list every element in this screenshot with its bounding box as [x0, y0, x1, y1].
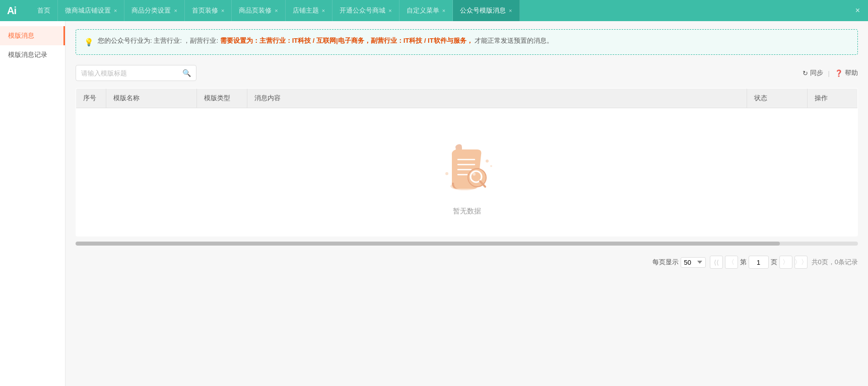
per-page-select[interactable]: 10 20 50 100: [681, 257, 706, 268]
svg-point-9: [486, 160, 489, 163]
page-total: 共0页，0条记录: [812, 258, 858, 267]
notice-suffix: 才能正常发送预置的消息。: [475, 37, 553, 44]
page-input-wrap: 第 页: [740, 256, 777, 269]
nav-tab-shop-theme-close[interactable]: ×: [322, 8, 325, 14]
first-page-icon: ⟨⟨: [714, 259, 719, 266]
last-page-button[interactable]: 〉〉: [794, 256, 808, 269]
top-navigation: Ai 首页 微商城店铺设置 × 商品分类设置 × 首页装修 × 商品页装修 × …: [0, 0, 868, 21]
nav-tab-template-msg-close[interactable]: ×: [509, 8, 512, 14]
logo: Ai: [0, 5, 30, 17]
notice-box: 💡 您的公众号行业为: 主营行业: ，副营行业: 需要设置为：主营行业：IT科技…: [76, 29, 858, 55]
sync-label: 同步: [810, 68, 823, 78]
prev-page-icon: 〈: [728, 258, 735, 267]
nav-tab-product-decor[interactable]: 商品页装修 ×: [232, 0, 285, 21]
content-area: 💡 您的公众号行业为: 主营行业: ，副营行业: 需要设置为：主营行业：IT科技…: [65, 21, 868, 386]
notice-highlight: 需要设置为：主营行业：IT科技 / 互联网|电子商务，副营行业：IT科技 / I…: [220, 37, 473, 44]
per-page-label: 每页显示: [652, 258, 679, 267]
nav-tab-category-close[interactable]: ×: [174, 8, 177, 14]
nav-tab-category-label: 商品分类设置: [131, 6, 171, 15]
search-actions: ↻ 同步 | ❓ 帮助: [803, 68, 858, 78]
main-layout: 模版消息 模版消息记录 💡 您的公众号行业为: 主营行业: ，副营行业: 需要设…: [0, 21, 868, 386]
nav-tab-homepage-decor-label: 首页装修: [192, 6, 218, 15]
table-empty-row: 暂无数据: [76, 108, 858, 237]
page-label: 第: [740, 258, 747, 267]
sidebar-item-template-msg[interactable]: 模版消息: [0, 26, 65, 45]
next-page-icon: 〉: [782, 258, 789, 267]
nav-tab-shop-settings[interactable]: 微商城店铺设置 ×: [58, 0, 124, 21]
search-icon[interactable]: 🔍: [182, 69, 191, 77]
sidebar-item-template-msg-label: 模版消息: [8, 32, 34, 39]
nav-tab-category[interactable]: 商品分类设置 ×: [124, 0, 184, 21]
pagination: 每页显示 10 20 50 100 ⟨⟨ 〈 第 页: [76, 251, 858, 274]
svg-point-8: [473, 173, 476, 176]
notice-icon: 💡: [84, 36, 94, 48]
scrollbar-thumb: [76, 242, 780, 246]
nav-tab-shop-settings-close[interactable]: ×: [114, 8, 117, 14]
help-icon: ❓: [835, 69, 843, 77]
page-navigation: ⟨⟨ 〈 第 页 〉 〉〉: [710, 256, 808, 269]
page-unit: 页: [771, 258, 777, 267]
col-header-action: 操作: [808, 89, 858, 108]
last-page-icon: 〉〉: [794, 258, 808, 267]
global-close-button[interactable]: ×: [847, 6, 868, 15]
col-header-index: 序号: [76, 89, 106, 108]
horizontal-scrollbar[interactable]: [76, 242, 858, 246]
prev-page-button[interactable]: 〈: [725, 256, 738, 269]
sync-button[interactable]: ↻ 同步: [803, 68, 823, 78]
nav-tab-template-msg-label: 公众号模版消息: [460, 6, 506, 15]
next-page-button[interactable]: 〉: [779, 256, 792, 269]
svg-point-10: [490, 165, 492, 167]
nav-tab-open-mall[interactable]: 开通公众号商城 ×: [332, 0, 399, 21]
nav-tab-custom-menu-close[interactable]: ×: [442, 8, 445, 14]
table-header-row: 序号 模版名称 模版类型 消息内容 状态 操作: [76, 89, 858, 108]
help-button[interactable]: ❓ 帮助: [835, 68, 858, 78]
col-header-type: 模版类型: [197, 89, 247, 108]
nav-tab-home-label: 首页: [37, 6, 50, 15]
nav-tab-custom-menu-label: 自定义菜单: [407, 6, 439, 15]
data-table: 序号 模版名称 模版类型 消息内容 状态 操作: [76, 88, 858, 237]
notice-prefix: 您的公众号行业为: 主营行业: ，副营行业:: [98, 37, 218, 44]
nav-tab-homepage-decor[interactable]: 首页装修 ×: [185, 0, 232, 21]
search-bar: 🔍 ↻ 同步 | ❓ 帮助: [76, 65, 858, 81]
nav-tab-shop-settings-label: 微商城店铺设置: [65, 6, 111, 15]
nav-tab-product-decor-close[interactable]: ×: [275, 8, 278, 14]
sidebar-item-template-msg-record[interactable]: 模版消息记录: [0, 45, 65, 64]
page-number-input[interactable]: [749, 256, 769, 269]
nav-tab-open-mall-label: 开通公众号商城: [340, 6, 385, 15]
notice-text: 您的公众号行业为: 主营行业: ，副营行业: 需要设置为：主营行业：IT科技 /…: [98, 36, 553, 46]
svg-point-11: [445, 172, 448, 175]
nav-tab-open-mall-close[interactable]: ×: [388, 8, 391, 14]
nav-tab-shop-theme[interactable]: 店铺主题 ×: [286, 0, 332, 21]
col-header-status: 状态: [747, 89, 808, 108]
col-header-name: 模版名称: [106, 89, 197, 108]
nav-tab-custom-menu[interactable]: 自定义菜单 ×: [399, 0, 453, 21]
nav-tab-home[interactable]: 首页: [30, 0, 58, 21]
nav-tab-product-decor-label: 商品页装修: [239, 6, 272, 15]
sidebar: 模版消息 模版消息记录: [0, 21, 65, 386]
empty-text: 暂无数据: [453, 207, 481, 216]
search-input-wrap[interactable]: 🔍: [76, 65, 196, 81]
nav-tab-shop-theme-label: 店铺主题: [293, 6, 319, 15]
first-page-button[interactable]: ⟨⟨: [710, 256, 723, 269]
nav-tab-homepage-decor-close[interactable]: ×: [221, 8, 224, 14]
search-input[interactable]: [81, 69, 182, 77]
empty-state: 暂无数据: [76, 108, 857, 236]
col-header-content: 消息内容: [247, 89, 747, 108]
logo-text: Ai: [7, 5, 16, 17]
help-label: 帮助: [845, 68, 858, 78]
sync-icon: ↻: [803, 69, 808, 77]
nav-tab-template-msg[interactable]: 公众号模版消息 ×: [453, 0, 519, 21]
empty-illustration: [437, 138, 497, 199]
per-page-select-wrap: 每页显示 10 20 50 100: [652, 257, 706, 268]
sidebar-item-template-msg-record-label: 模版消息记录: [8, 51, 47, 58]
action-divider: |: [828, 69, 830, 77]
